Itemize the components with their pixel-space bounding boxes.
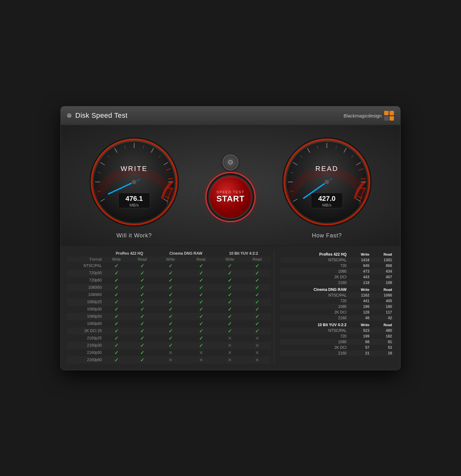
- checkmark-icon: ✓: [199, 270, 203, 276]
- format-cell: 1080p50: [67, 313, 104, 320]
- settings-button[interactable]: ⚙: [223, 155, 238, 170]
- svg-point-25: [132, 179, 137, 184]
- data-row: 1080 473 434: [281, 269, 394, 274]
- checkmark-icon: ✓: [140, 307, 144, 312]
- checkmark-icon: ✓: [199, 314, 203, 319]
- check-cell: ✓: [104, 349, 129, 356]
- checkmark-icon: ✓: [228, 321, 232, 326]
- check-cell: ✓: [155, 306, 185, 313]
- data-row: 1080 196 180: [281, 304, 394, 309]
- check-cell: ✓: [243, 320, 271, 327]
- read-value: 81: [371, 339, 394, 345]
- checkmark-icon: ✓: [228, 263, 232, 269]
- check-cell: ✓: [155, 335, 185, 342]
- write-value: 441: [349, 298, 372, 304]
- check-cell: ✓: [155, 262, 185, 269]
- check-cell: ✓: [129, 349, 155, 356]
- checkmark-icon: ✓: [255, 270, 259, 276]
- read-value: 405: [371, 298, 394, 304]
- resolution-label: 2160: [281, 280, 349, 286]
- write-value: 196: [349, 304, 372, 309]
- center-controls: ⚙ SPEED TEST START: [208, 155, 253, 219]
- checkmark-icon: ✓: [114, 343, 118, 348]
- check-cell: ✓: [216, 313, 243, 320]
- data-row: NTSC/PAL 523 480: [281, 328, 394, 333]
- format-cell: 2160p50: [67, 349, 104, 356]
- checkmark-icon: ✓: [140, 357, 144, 363]
- resolution-label: 720: [281, 263, 349, 269]
- check-cell: ✕: [155, 356, 185, 364]
- app-title: Disk Speed Test: [75, 111, 128, 120]
- check-cell: ✓: [243, 306, 271, 313]
- checkmark-icon: ✓: [168, 321, 173, 326]
- cross-icon: ✕: [255, 357, 259, 363]
- format-cell: 1080p30: [67, 306, 104, 313]
- write-value: 1162: [349, 292, 372, 298]
- read-col-label: Read: [371, 286, 394, 292]
- table-row: 2160p60✓✓✕✕✕✕: [67, 356, 271, 364]
- checkmark-icon: ✓: [199, 299, 203, 305]
- checkmark-icon: ✓: [168, 336, 173, 341]
- check-cell: ✓: [129, 342, 155, 349]
- check-cell: ✓: [243, 277, 271, 284]
- table-row: 1080p25✓✓✓✓✓✓: [67, 298, 271, 306]
- check-cell: ✓: [104, 262, 129, 269]
- write-value: 199: [349, 333, 372, 339]
- brand-sq-1: [384, 111, 389, 115]
- section-header-row: 10 Bit YUV 4:2:2 Write Read: [281, 321, 394, 328]
- checkmark-icon: ✓: [114, 307, 118, 312]
- resolution-label: 2K DCI: [281, 345, 349, 350]
- checkmark-icon: ✓: [140, 321, 144, 326]
- read-value: 180: [371, 304, 394, 309]
- brand-icon: [384, 111, 394, 121]
- check-cell: ✓: [129, 306, 155, 313]
- check-cell: ✕: [243, 342, 271, 349]
- prores-write-label: Write: [104, 257, 129, 262]
- write-value: 945: [349, 263, 372, 269]
- check-cell: ✓: [216, 269, 243, 277]
- svg-text:427.0: 427.0: [318, 195, 335, 202]
- table-row: 2160p25✓✓✓✓✕✕: [67, 335, 271, 342]
- checkmark-icon: ✓: [228, 285, 232, 290]
- start-button[interactable]: SPEED TEST START: [208, 175, 253, 219]
- data-row: 720 441 405: [281, 298, 394, 304]
- check-cell: ✓: [104, 327, 129, 335]
- checkmark-icon: ✓: [199, 285, 203, 290]
- check-cell: ✕: [185, 349, 216, 356]
- check-cell: ✓: [185, 306, 216, 313]
- title-bar: Disk Speed Test Blackmagicdesign: [61, 106, 400, 125]
- format-cell: 720p60: [67, 277, 104, 284]
- checkmark-icon: ✓: [114, 292, 118, 298]
- yuv-read-label: Read: [243, 257, 271, 262]
- read-value: 108: [371, 280, 394, 286]
- check-cell: ✓: [129, 298, 155, 306]
- format-cell: 2160p60: [67, 356, 104, 364]
- write-gauge-wrapper: WRITE 476.1 MB/s Will: [87, 135, 181, 239]
- cdng-header: Cinema DNG RAW: [155, 250, 216, 257]
- checkmark-icon: ✓: [114, 270, 118, 276]
- check-cell: ✓: [129, 313, 155, 320]
- check-cell: ✕: [155, 349, 185, 356]
- cross-icon: ✕: [255, 350, 259, 355]
- checkmark-icon: ✓: [140, 336, 144, 341]
- read-value: 42: [371, 315, 394, 321]
- svg-text:476.1: 476.1: [125, 195, 143, 202]
- brand-sq-4: [390, 116, 394, 121]
- brand-sq-3: [384, 116, 389, 121]
- close-button[interactable]: [67, 113, 71, 118]
- check-cell: ✕: [243, 335, 271, 342]
- svg-line-42: [361, 178, 366, 179]
- check-cell: ✓: [155, 320, 185, 327]
- data-row: 2K DCI 57 53: [281, 345, 394, 350]
- checkmark-icon: ✓: [228, 307, 232, 312]
- write-col-label: Write: [349, 286, 372, 292]
- check-cell: ✓: [155, 313, 185, 320]
- checkmark-icon: ✓: [114, 314, 118, 319]
- checkmark-icon: ✓: [140, 350, 144, 355]
- checkmark-icon: ✓: [199, 307, 203, 312]
- read-value: 19: [371, 350, 394, 356]
- checkmark-icon: ✓: [140, 270, 144, 276]
- check-cell: ✓: [129, 327, 155, 335]
- checkmark-icon: ✓: [168, 343, 173, 348]
- checkmark-icon: ✓: [114, 299, 118, 305]
